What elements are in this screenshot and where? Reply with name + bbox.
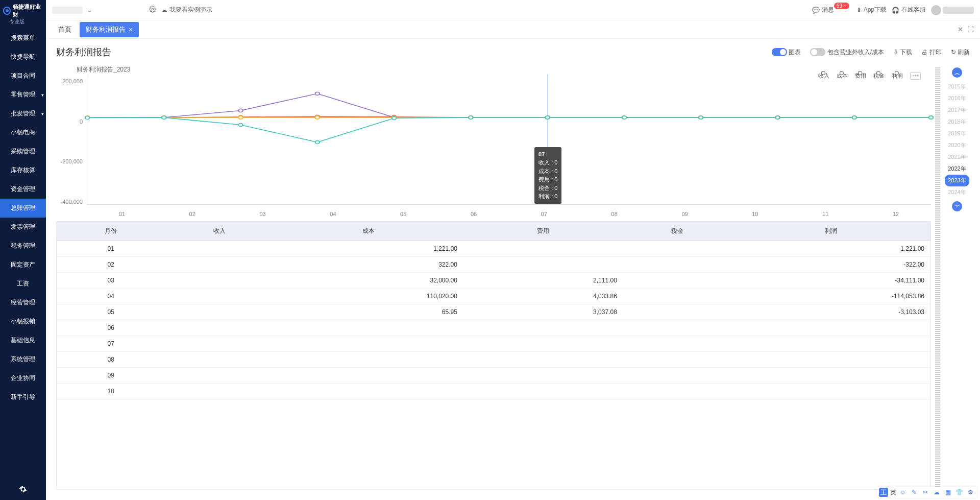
messages-button[interactable]: 💬 消息 99 +: [812, 6, 851, 14]
table-row[interactable]: 04110,020.004,033.86-114,053.86: [57, 289, 930, 304]
cloud-icon: ☁: [161, 7, 167, 14]
logo-icon: [3, 7, 11, 15]
table-row[interactable]: 0565.953,037.08-3,103.03: [57, 304, 930, 320]
resize-handle[interactable]: [935, 67, 940, 490]
svg-point-41: [238, 116, 242, 119]
ime-icon[interactable]: 王: [879, 488, 888, 497]
tray-scissors-icon[interactable]: ✂: [921, 488, 930, 497]
tab-bar: 首页 财务利润报告 × ✕ ⛶: [46, 20, 980, 39]
table-row[interactable]: 0332,000.002,111.00-34,111.00: [57, 273, 930, 289]
chart-toggle[interactable]: 图表: [772, 48, 801, 57]
header: ⌄ ☁ 我要看实例演示 💬 消息 99 + ⬇ App下载 🎧 在线客服: [46, 0, 980, 20]
fullscreen-icon[interactable]: ⛶: [967, 26, 974, 33]
sidebar-item[interactable]: 企业协同: [0, 369, 46, 388]
message-icon: 💬: [812, 7, 820, 14]
table-row[interactable]: 07: [57, 336, 930, 352]
ime-lang[interactable]: 英: [890, 488, 896, 497]
svg-point-54: [315, 140, 320, 144]
sidebar-item[interactable]: 固定资产: [0, 255, 46, 274]
svg-point-56: [469, 116, 473, 119]
svg-point-55: [392, 116, 396, 120]
svg-point-51: [85, 116, 89, 119]
tray-folder-icon[interactable]: ▦: [943, 488, 952, 497]
column-header: 成本: [274, 222, 463, 241]
table-row[interactable]: 06: [57, 320, 930, 336]
table-row[interactable]: 10: [57, 384, 930, 399]
download-button[interactable]: ⇩ 下载: [893, 48, 912, 57]
year-scroll-down[interactable]: ︾: [952, 201, 962, 211]
year-option[interactable]: 2016年: [945, 92, 969, 104]
tray-edit-icon[interactable]: ✎: [910, 488, 919, 497]
close-icon[interactable]: ×: [129, 26, 133, 34]
chevron-down-icon: ▾: [41, 92, 44, 98]
sidebar-item[interactable]: 资金管理: [0, 180, 46, 199]
sidebar-item[interactable]: 批发管理▾: [0, 104, 46, 123]
table-row[interactable]: 02322.00-322.00: [57, 257, 930, 273]
svg-point-53: [238, 123, 242, 126]
download-button[interactable]: ⬇ App下载: [856, 6, 887, 14]
brand-name: 畅捷通好业财: [13, 3, 43, 18]
user-menu[interactable]: [931, 5, 974, 15]
plot-area[interactable]: 07收入 : 0成本 : 0费用 : 0税金 : 0利润 : 0: [87, 74, 931, 205]
year-option[interactable]: 2022年: [945, 163, 969, 175]
table-row[interactable]: 09: [57, 368, 930, 384]
close-all-icon[interactable]: ✕: [958, 26, 963, 33]
year-option[interactable]: 2019年: [945, 128, 969, 139]
year-option[interactable]: 2018年: [945, 116, 969, 128]
svg-point-0: [152, 8, 154, 10]
year-option[interactable]: 2024年: [945, 186, 969, 198]
page-title: 财务利润报告: [56, 46, 111, 58]
gear-icon[interactable]: [149, 6, 156, 14]
tray-emoji-icon[interactable]: ☺: [898, 488, 908, 497]
tray-pin-icon[interactable]: 👕: [954, 488, 964, 497]
year-scroll-up[interactable]: ︽: [952, 67, 962, 78]
ime-tray[interactable]: 王 英 ☺ ✎ ✂ ☁ ▦ 👕 ⚙: [877, 487, 977, 498]
sidebar-item[interactable]: 搜索菜单: [0, 29, 46, 47]
column-header: 税金: [623, 222, 731, 241]
sidebar-item[interactable]: 项目合同: [0, 66, 46, 85]
year-selector: ︽ 2015年2016年2017年2018年2019年2020年2021年202…: [944, 65, 970, 490]
sidebar-item[interactable]: 总账管理: [0, 199, 46, 218]
svg-point-58: [622, 116, 626, 119]
sidebar-item[interactable]: 税务管理: [0, 236, 46, 255]
svg-point-18: [315, 92, 320, 95]
support-button[interactable]: 🎧 在线客服: [892, 6, 926, 14]
sidebar-item[interactable]: 新手引导: [0, 388, 46, 407]
tray-settings-icon[interactable]: ⚙: [966, 488, 975, 497]
download-icon: ⇩: [893, 49, 898, 56]
year-option[interactable]: 2015年: [945, 81, 969, 92]
column-header: 收入: [165, 222, 273, 241]
sidebar-item[interactable]: 系统管理: [0, 350, 46, 369]
sidebar-item[interactable]: 发票管理: [0, 218, 46, 236]
refresh-button[interactable]: ↻ 刷新: [951, 48, 970, 57]
year-option[interactable]: 2023年: [945, 175, 969, 186]
demo-link[interactable]: ☁ 我要看实例演示: [161, 6, 212, 14]
sidebar-item[interactable]: 快捷导航: [0, 47, 46, 66]
svg-point-52: [162, 116, 166, 119]
org-selector[interactable]: ⌄: [52, 6, 144, 14]
sidebar-item[interactable]: 库存核算: [0, 161, 46, 180]
x-axis: 010203040506070809101112: [87, 211, 931, 217]
sidebar-item[interactable]: 小畅报销: [0, 312, 46, 331]
sidebar-item[interactable]: 工资: [0, 274, 46, 293]
sidebar-item[interactable]: 基础信息: [0, 331, 46, 350]
year-option[interactable]: 2017年: [945, 104, 969, 116]
sidebar-item[interactable]: 零售管理▾: [0, 85, 46, 104]
print-button[interactable]: 🖨 打印: [921, 48, 941, 57]
sidebar: 畅捷通好业财 专业版 搜索菜单快捷导航项目合同零售管理▾批发管理▾小畅电商采购管…: [0, 0, 46, 500]
tray-cloud-icon[interactable]: ☁: [932, 488, 941, 497]
extra-toggle[interactable]: 包含营业外收入/成本: [810, 48, 884, 57]
sidebar-item[interactable]: 小畅电商: [0, 123, 46, 142]
table-row[interactable]: 08: [57, 352, 930, 368]
table-row[interactable]: 011,221.00-1,221.00: [57, 241, 930, 257]
profit-chart: 财务利润报告_2023 收入 成本 费用 税金 利润⋯ 200,0000-200…: [56, 65, 931, 217]
settings-icon[interactable]: [0, 480, 46, 500]
year-option[interactable]: 2021年: [945, 151, 969, 163]
year-option[interactable]: 2020年: [945, 139, 969, 151]
sidebar-item[interactable]: 经营管理: [0, 293, 46, 312]
sidebar-item[interactable]: 采购管理: [0, 142, 46, 161]
svg-point-59: [699, 116, 703, 119]
avatar-icon: [931, 5, 941, 15]
tab-report[interactable]: 财务利润报告 ×: [80, 22, 139, 37]
tab-home[interactable]: 首页: [52, 22, 78, 37]
